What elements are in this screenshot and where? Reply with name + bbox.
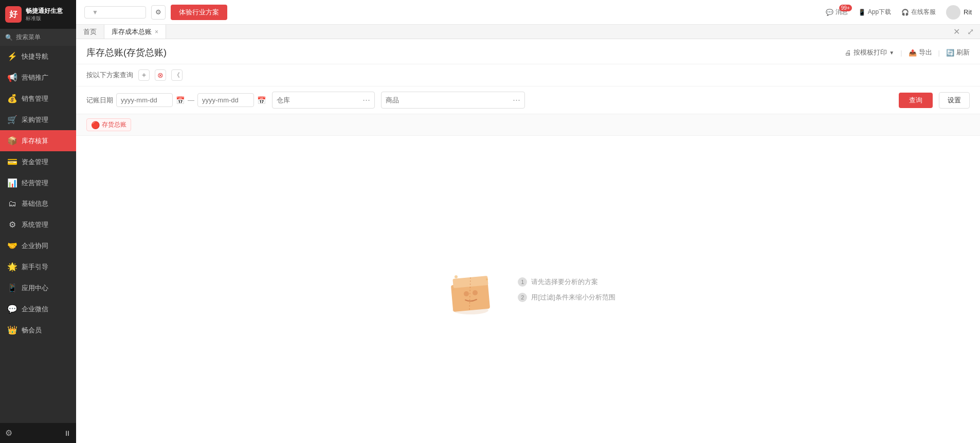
calendar-start-icon[interactable]: 📅 (176, 96, 185, 104)
tab-bar-expand-btn[interactable]: ⤢ (965, 25, 976, 39)
gear-icon: ⚙ (155, 8, 161, 16)
svg-point-4 (455, 275, 458, 278)
header-selector[interactable]: ▼ (84, 6, 146, 19)
date-end-input[interactable] (197, 93, 254, 107)
sales-icon: 💰 (7, 94, 17, 103)
tab-inventory-cost[interactable]: 库存成本总账 × (104, 25, 166, 39)
app-label: App下载 (868, 8, 891, 16)
warehouse-select[interactable]: 仓库 ··· (272, 92, 375, 109)
sidebar-item-label: 新手引导 (22, 262, 48, 272)
user-area[interactable]: Rit (946, 5, 972, 20)
app-download-btn[interactable]: 📱 App下载 (858, 8, 891, 16)
search-menu-label: 搜索菜单 (16, 33, 41, 42)
sidebar-item-purchase[interactable]: 🛒 采购管理 (0, 109, 76, 130)
warehouse-label: 仓库 (277, 96, 290, 105)
hint-num-2: 2 (518, 293, 527, 302)
vip-icon: 👑 (7, 325, 17, 335)
scheme-tag-label: 存货总账 (102, 120, 126, 129)
page-header: 库存总账(存货总账) 🖨 按模板打印 ▼ | 📤 导出 | 🔄 刷新 (76, 39, 980, 64)
scheme-bar: 🔴 存货总账 (76, 114, 980, 136)
sidebar-item-marketing[interactable]: 📢 营销推广 (0, 67, 76, 88)
sidebar-toggle-btn[interactable]: ⏸ (64, 429, 71, 437)
message-badge: 99+ (839, 5, 852, 11)
sidebar-item-basic[interactable]: 🗂 基础信息 (0, 193, 76, 214)
sidebar-item-vip[interactable]: 👑 畅会员 (0, 320, 76, 341)
brand-name: 畅捷通好生意 (26, 7, 63, 15)
refresh-btn[interactable]: 🔄 刷新 (946, 48, 970, 57)
sidebar-item-guide[interactable]: 🌟 新手引导 (0, 256, 76, 277)
message-icon: 💬 (826, 9, 833, 16)
export-icon: 📤 (909, 49, 917, 57)
query-btn[interactable]: 查询 (899, 93, 933, 108)
filter-label: 按以下方案查询 (86, 70, 133, 80)
search-icon: 🔍 (5, 34, 13, 41)
calendar-end-icon[interactable]: 📅 (257, 96, 266, 104)
online-service-btn[interactable]: 🎧 在线客服 (901, 8, 936, 16)
date-start-input[interactable] (116, 93, 173, 107)
quick-icon: ⚡ (7, 51, 17, 61)
sidebar-item-sales[interactable]: 💰 销售管理 (0, 88, 76, 109)
service-label: 在线客服 (911, 8, 936, 16)
svg-point-6 (453, 289, 455, 290)
sidebar-item-cooperation[interactable]: 🤝 企业协同 (0, 235, 76, 256)
sidebar-item-label: 快捷导航 (22, 52, 48, 61)
sidebar-item-quick[interactable]: ⚡ 快捷导航 (0, 46, 76, 67)
message-btn[interactable]: 💬 消息 99+ (826, 8, 848, 16)
avatar (946, 5, 960, 20)
goods-select[interactable]: 商品 ··· (381, 92, 525, 109)
hint-num-1: 1 (518, 277, 527, 287)
empty-illustration (441, 259, 502, 321)
header-gear-btn[interactable]: ⚙ (151, 5, 166, 20)
search-fields: 记账日期 📅 — 📅 仓库 ··· 商品 ··· 查询 设置 (76, 86, 980, 114)
filter-delete-btn[interactable]: ⊗ (155, 69, 166, 81)
user-name: Rit (964, 8, 972, 16)
scheme-tag[interactable]: 🔴 存货总账 (86, 118, 131, 131)
industry-btn[interactable]: 体验行业方案 (171, 5, 227, 20)
sidebar-item-label: 采购管理 (22, 115, 48, 125)
sidebar-item-wechat[interactable]: 💬 企业微信 (0, 298, 76, 320)
settings-btn[interactable]: ⚙ (5, 428, 12, 438)
empty-hints: 1 请先选择要分析的方案 2 用[过滤]条件来缩小分析范围 (518, 277, 615, 302)
page-title: 库存总账(存货总账) (86, 46, 167, 59)
filter-collapse-btn[interactable]: 《 (171, 69, 183, 81)
warehouse-more-icon[interactable]: ··· (362, 95, 370, 105)
refresh-icon: 🔄 (946, 49, 954, 57)
tab-inventory-cost-label: 库存成本总账 (112, 27, 152, 37)
scheme-icon: 🔴 (91, 121, 100, 129)
separator2: | (938, 49, 940, 57)
sidebar-item-label: 营销推广 (22, 73, 48, 82)
sidebar-item-system[interactable]: ⚙ 系统管理 (0, 214, 76, 235)
hint-text-2: 用[过滤]条件来缩小分析范围 (531, 293, 615, 302)
cooperation-icon: 🤝 (7, 241, 17, 251)
logo-text: 畅捷通好生意 标准版 (26, 7, 63, 23)
sidebar-item-inventory[interactable]: 📦 库存核算 (0, 130, 76, 151)
sidebar-item-label: 企业微信 (22, 305, 48, 314)
purchase-icon: 🛒 (7, 115, 17, 125)
tab-home[interactable]: 首页 (76, 25, 104, 39)
sidebar-logo: 好 畅捷通好生意 标准版 (0, 0, 76, 29)
wechat-icon: 💬 (7, 304, 17, 314)
search-menu[interactable]: 🔍 搜索菜单 (0, 29, 76, 46)
sidebar-item-apps[interactable]: 📱 应用中心 (0, 277, 76, 298)
empty-svg (441, 259, 502, 321)
header-right: 💬 消息 99+ 📱 App下载 🎧 在线客服 Rit (826, 5, 972, 20)
filter-add-btn[interactable]: ＋ (138, 69, 150, 81)
print-btn[interactable]: 🖨 按模板打印 ▼ (845, 48, 894, 57)
page-actions: 🖨 按模板打印 ▼ | 📤 导出 | 🔄 刷新 (845, 48, 970, 57)
sidebar-item-label: 企业协同 (22, 241, 48, 251)
goods-more-icon[interactable]: ··· (513, 95, 520, 105)
tab-close-icon[interactable]: × (155, 28, 158, 36)
content-area: 库存总账(存货总账) 🖨 按模板打印 ▼ | 📤 导出 | 🔄 刷新 (76, 39, 980, 443)
inventory-icon: 📦 (7, 136, 17, 146)
marketing-icon: 📢 (7, 73, 17, 82)
sidebar-item-finance[interactable]: 💳 资金管理 (0, 151, 76, 172)
main-area: ▼ ⚙ 体验行业方案 💬 消息 99+ 📱 App下载 🎧 在线客服 Rit (76, 0, 980, 443)
sidebar-item-operations[interactable]: 📊 经营管理 (0, 172, 76, 193)
tab-bar-close-btn[interactable]: ✕ (951, 25, 962, 39)
settings-btn[interactable]: 设置 (939, 92, 970, 109)
print-label: 按模板打印 (854, 48, 887, 57)
tab-bar-right: ✕ ⤢ (951, 25, 980, 39)
empty-state: 1 请先选择要分析的方案 2 用[过滤]条件来缩小分析范围 (76, 136, 980, 443)
sidebar-item-label: 库存核算 (22, 136, 48, 146)
export-btn[interactable]: 📤 导出 (909, 48, 932, 57)
